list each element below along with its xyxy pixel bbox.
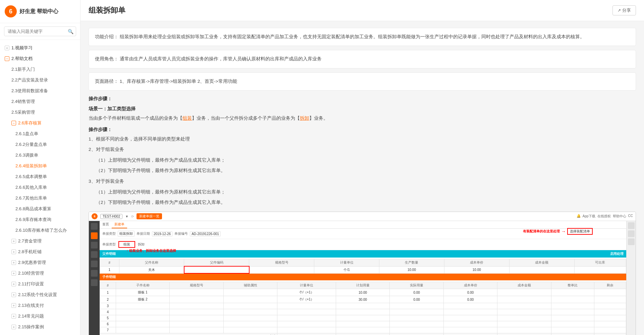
subtotal-plan — [336, 333, 390, 335]
app-nav-icons: 🔔 App下载 在线授权 帮助中心 CC — [577, 214, 633, 219]
app-dropdown: ▼ — [125, 215, 128, 218]
sidebar-item-count2[interactable]: 2.6.2分量盘点单 — [0, 139, 80, 150]
share-button[interactable]: ↗ 分享 — [612, 5, 636, 15]
subtotal-actual — [390, 333, 444, 335]
app-left-nav — [89, 221, 100, 335]
sidebar-item-video[interactable]: + 1.视频学习 — [0, 43, 80, 53]
sidebar-item-cost-recalc[interactable]: 2.6.8商品成本重算 — [0, 204, 80, 214]
sidebar-item-label: 2.6.1盘点单 — [15, 131, 38, 137]
app-bottom-header: 子件明细 — [100, 274, 626, 280]
search-input[interactable] — [4, 26, 76, 36]
sidebar-item-label: 2.帮助文档 — [11, 56, 33, 62]
sidebar-item-assembly[interactable]: 2.6.4组装拆卸单 — [0, 161, 80, 171]
app-top-bar: 6 TEST-H002 ▼ ⟳ 新建单据一览 🔔 App下载 在线授权 帮助中心… — [89, 212, 636, 221]
cell-unit: 个/1 — [314, 266, 379, 273]
app-refresh-icon: ⟳ — [131, 215, 134, 218]
sidebar-item-mobile[interactable]: + 2.8手机旺铺 — [0, 246, 80, 257]
sidebar-item-label: 2.11打印设置 — [18, 281, 44, 287]
sidebar-item-label: 2.6.9库存账本查询 — [15, 217, 51, 223]
annotation-box-assembly: 选择装配清单 — [567, 228, 593, 235]
sidebar-item-other-out[interactable]: 2.6.7其他出库单 — [0, 193, 80, 204]
col-unit2: 计量单位 — [277, 282, 336, 289]
sidebar-item-custom[interactable]: + 2.12系统个性化设置 — [0, 289, 80, 300]
table-row: 4 — [100, 309, 626, 315]
app-tab-row: 首页 新建单 — [100, 221, 626, 229]
sidebar-item-label: 2.5采购管理 — [11, 109, 35, 115]
app-bottom-table-container: # 子件名称 规格型号 辅助属性 计量单位 计划用量 实际用量 成本单价 成本金… — [100, 280, 626, 335]
table-subtotal-row: 小计 88.00 0.00 — [100, 333, 626, 335]
sidebar-nav: + 1.视频学习 − 2.帮助文档 2.1新手入门 2.2产品安装及登录 2.3… — [0, 40, 80, 335]
col-spec: 规格型号 — [249, 259, 314, 267]
sidebar-item-label: 2.14常见问题 — [18, 313, 44, 319]
sidebar-item-sales[interactable]: 2.4销售管理 — [0, 96, 80, 107]
sidebar-item-count[interactable]: 2.6.1盘点单 — [0, 128, 80, 139]
col-unit: 计量单位 — [314, 259, 379, 267]
col-aux: 辅助属性 — [223, 282, 277, 289]
cell-unit4: 个/（+1） — [277, 296, 336, 303]
step2-sub1: （1）上部明细为父件明细，最终作为产成品生成其它入库单； — [89, 156, 636, 165]
app-main-area: 首页 新建单 单据类型 组装拆卸 单据日期 2019-12-26 单据编号 AD… — [100, 221, 626, 335]
sidebar-item-stock-err[interactable]: 2.6.10库存账本错了怎么办 — [0, 225, 80, 236]
col-parent-code: 父件编码 — [184, 259, 249, 267]
main-header: 组装拆卸单 ↗ 分享 — [80, 0, 644, 21]
left-nav-dot-3 — [91, 242, 98, 248]
intro-label: 功能介绍： — [95, 34, 118, 39]
sidebar-item-cases[interactable]: + 2.15操作案例 — [0, 322, 80, 332]
sidebar-item-other-in[interactable]: 2.6.6其他入库单 — [0, 182, 80, 193]
step3-sub2: （2）下部明细为子件明细，最终作为产成品生成其它入库单。 — [89, 198, 636, 207]
logo-icon: 6 — [5, 5, 17, 17]
app-create-btn[interactable]: 新建单据一览 — [137, 213, 162, 219]
expand-icon: + — [5, 46, 9, 50]
scene-heading: 场景一：加工类型选择 — [89, 106, 636, 112]
sidebar-item-label: 2.6.10库存账本错了怎么办 — [15, 227, 67, 233]
sidebar-item-cost[interactable]: 2.6.5成本调整单 — [0, 171, 80, 182]
sidebar-item-data-prep[interactable]: 2.3使用前数据准备 — [0, 86, 80, 96]
cell-num3: 1 — [100, 289, 116, 296]
sidebar-item-ops[interactable]: + 2.10经营管理 — [0, 268, 80, 279]
expand-icon: + — [11, 260, 16, 265]
sidebar-item-label: 2.6.8商品成本重算 — [15, 206, 51, 212]
sidebar-item-print[interactable]: + 2.11打印设置 — [0, 279, 80, 289]
sidebar-item-purchase[interactable]: 2.5采购管理 — [0, 107, 80, 118]
app-right-panel — [626, 221, 636, 335]
sidebar-item-beginner[interactable]: 2.1新手入门 — [0, 64, 80, 75]
expand-icon: + — [11, 303, 16, 308]
app-tab-new[interactable]: 新建单 — [112, 221, 127, 228]
type-select-box[interactable]: 组装 — [118, 241, 135, 248]
col-cost-amt2: 成本金额 — [497, 282, 551, 289]
sidebar-item-faq[interactable]: + 2.14常见问题 — [0, 311, 80, 322]
form-type-value: 组装拆卸 — [118, 231, 135, 237]
form-number-label: 单据编号 — [174, 231, 188, 236]
table-row: 6 — [100, 321, 626, 327]
intro-box: 功能介绍： 组装拆卸单用来处理企业组装或拆卸等加工业务，支持有固定装配清单的产品… — [89, 28, 636, 46]
sidebar-item-label: 2.6库存核算 — [18, 120, 42, 126]
type-selector-area: 单据类型 组装 拆卸 ↑ 组装业务、拆卸业务在这里选择 — [100, 239, 626, 250]
sidebar-item-stock-check[interactable]: 2.6.9库存账本查询 — [0, 214, 80, 225]
cell-actual-qty2: 0.00 — [390, 296, 444, 303]
cell-cost-price: 10.00 — [444, 266, 509, 273]
sidebar: 6 好生意 帮助中心 🔍 + 1.视频学习 − 2.帮助文档 2.1新手入门 2… — [0, 0, 80, 335]
expand-icon: + — [11, 282, 16, 286]
sidebar-item-install[interactable]: 2.2产品安装及登录 — [0, 75, 80, 86]
left-nav-dot-4 — [91, 251, 98, 258]
sidebar-item-finance[interactable]: + 2.7资金管理 — [0, 236, 80, 246]
sidebar-item-help[interactable]: − 2.帮助文档 — [0, 53, 80, 64]
col-actual-qty: 实际用量 — [390, 282, 444, 289]
sidebar-item-label: 2.8手机旺铺 — [18, 249, 42, 255]
cell-parent-code — [184, 266, 249, 273]
app-nav-icon2: App下载 — [583, 214, 595, 219]
type-option-disassemble[interactable]: 拆卸 — [138, 242, 145, 247]
app-tab-home[interactable]: 首页 — [100, 221, 112, 228]
sidebar-item-inventory[interactable]: − 2.6库存核算 — [0, 118, 80, 128]
collapse-icon: − — [11, 121, 16, 125]
step2: 2、对于组装业务 — [89, 145, 636, 154]
col-cost-price: 成本单价 — [444, 259, 509, 267]
sidebar-item-pay[interactable]: + 2.13在线支付 — [0, 300, 80, 311]
expand-icon: + — [11, 292, 16, 297]
sidebar-item-label: 2.6.2分量盘点单 — [15, 142, 47, 148]
sidebar-item-label: 2.6.6其他入库单 — [15, 184, 47, 190]
expand-icon: + — [11, 239, 16, 243]
sidebar-item-adjust[interactable]: 2.6.3调拨单 — [0, 150, 80, 161]
sidebar-item-coupon[interactable]: + 2.9优惠券管理 — [0, 257, 80, 268]
step3: 3、对于拆装业务 — [89, 177, 636, 186]
